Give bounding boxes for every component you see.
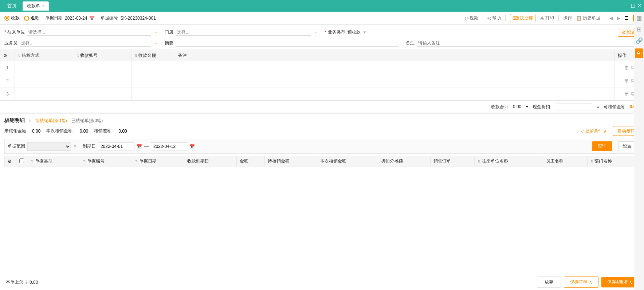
done-tab[interactable]: 已核销单据(0笔) — [71, 118, 103, 124]
th-account: ⇅ 收款账号 — [73, 50, 131, 61]
sidebar-grid-icon[interactable]: ⊞ — [637, 26, 641, 33]
settlement-cell-3[interactable] — [15, 87, 73, 101]
gear-icon: ⚙ — [3, 53, 7, 58]
draft-btn[interactable]: 保存草稿 ∧ — [564, 277, 598, 288]
doc-no-value[interactable]: SK-20230324-001 — [120, 16, 156, 21]
calendar-icon[interactable]: 📅 — [89, 16, 95, 21]
account-cell-2[interactable] — [73, 74, 131, 87]
th-amount: ⇅ 收款金额 — [131, 50, 175, 61]
amount-cell-3[interactable] — [131, 87, 175, 101]
delete-icon-1[interactable]: 🗑 — [624, 65, 629, 71]
select-all-checkbox[interactable] — [19, 158, 24, 163]
calendar-to-icon[interactable]: 📅 — [189, 144, 195, 149]
sidebar-link-icon[interactable]: 🔗 — [636, 37, 643, 44]
summary-input[interactable] — [176, 40, 398, 47]
minimize-icon[interactable]: ─ — [624, 3, 628, 9]
verify-section: 核销明细 ℹ 待核销单据(0笔) 已核销单据(0笔) 未核销金额 0.00 本次… — [0, 113, 644, 169]
doc-date-value[interactable]: 2023-03-24 — [65, 16, 87, 21]
form-row-2: 业务员 ··· 摘要 备注 — [4, 40, 640, 47]
diff-label: 核销差额: — [94, 128, 113, 134]
counterpart-field: 往来单位 ··· — [4, 29, 157, 36]
close-window-icon[interactable]: × — [638, 3, 641, 9]
video-btn[interactable]: ◎ 视频 — [465, 15, 478, 21]
more-conditions-label: 更多条件 — [585, 128, 602, 134]
footer-left: 本单上欠 ℹ 0.00 — [6, 279, 38, 285]
doc-type-radio-group: 收款 退款 — [4, 15, 39, 21]
help-btn[interactable]: ◎ 帮助 — [487, 15, 501, 21]
verify-title: 核销明细 — [4, 117, 25, 124]
biz-type-chevron[interactable]: ▼ — [363, 30, 366, 34]
summary-label: 摘要 — [165, 40, 173, 46]
doc-range-select[interactable] — [27, 142, 71, 151]
sidebar-ai-icon[interactable]: Ai — [635, 48, 643, 58]
operate-btn[interactable]: 操作 — [563, 15, 572, 21]
settlement-cell-1[interactable] — [15, 61, 73, 74]
amount-cell-1[interactable] — [131, 61, 175, 74]
bth-doc-no: ⇅ 单据编号 — [80, 156, 132, 166]
nav-prev-icon[interactable]: ◀ — [609, 16, 613, 21]
radio-receive[interactable]: 收款 — [4, 15, 20, 21]
bth-sales-order: 销售订单 — [430, 156, 475, 166]
save-new-btn[interactable]: 保存&新增 ∧ — [601, 277, 638, 287]
bth-discount: 折扣分摊额 — [378, 156, 430, 166]
radio-refund[interactable]: 退款 — [24, 15, 39, 21]
remarks-input[interactable] — [417, 40, 640, 47]
history-btn[interactable]: 📋 历史单据 — [576, 15, 600, 21]
query-btn[interactable]: 查询 — [592, 141, 612, 151]
due-date-to[interactable] — [151, 142, 187, 150]
print-btn[interactable]: 🖨 打印 — [540, 15, 554, 21]
store-more-icon[interactable]: ··· — [313, 30, 318, 35]
amount-cell-2[interactable] — [131, 74, 175, 87]
settlement-cell-2[interactable] — [15, 74, 73, 87]
th-settings[interactable]: ⚙ — [0, 50, 15, 61]
biz-type-label: 业务类型 — [325, 29, 345, 35]
due-date-from[interactable] — [98, 142, 134, 150]
maximize-icon[interactable]: □ — [631, 3, 635, 9]
divider3 — [558, 15, 559, 21]
account-cell-3[interactable] — [73, 87, 131, 101]
divider2 — [505, 15, 506, 21]
bth-checkbox[interactable] — [16, 156, 28, 166]
delete-icon-3[interactable]: 🗑 — [624, 91, 629, 97]
toolbar-right: ◎ 视频 ◎ 帮助 ⌨ 快捷键 🖨 打印 操作 📋 历 — [465, 14, 640, 22]
tab-close-icon[interactable]: × — [42, 4, 44, 8]
due-date-field: 到期日 📅 — 📅 — [83, 142, 195, 150]
info-icon[interactable]: ℹ — [25, 280, 27, 285]
salesman-input[interactable] — [20, 40, 151, 47]
form-row-1: 往来单位 ··· 门店 ··· 业务类型 预收款 ▼ ⚙ 设置 — [4, 28, 640, 37]
salesman-more-icon[interactable]: ··· — [153, 40, 157, 46]
prev-label: 本单上欠 — [6, 279, 23, 285]
remarks-cell-2[interactable] — [175, 74, 615, 87]
tab-bar: 首页 收款单 × ─ □ × — [0, 0, 644, 12]
sort-icon: ⇅ — [134, 54, 137, 58]
delete-icon-2[interactable]: 🗑 — [624, 78, 629, 84]
nav-next-icon[interactable]: ▶ — [617, 16, 620, 21]
bth-doc-date: ⇅ 单据日期 — [132, 156, 184, 166]
tab-current[interactable]: 收款单 × — [23, 1, 49, 11]
print-label: 打印 — [545, 15, 554, 21]
radio-refund-label: 退款 — [31, 15, 39, 21]
draft-label: 保存草稿 — [570, 279, 588, 285]
remarks-field: 备注 — [406, 40, 640, 47]
counterpart-input[interactable] — [27, 29, 151, 36]
pending-tab[interactable]: 待核销单据(0笔) — [35, 118, 67, 124]
discount-input[interactable] — [556, 103, 592, 110]
more-conditions-btn[interactable]: ▽ 更多条件 ∧ — [581, 128, 607, 134]
shortcut-btn[interactable]: ⌨ 快捷键 — [510, 14, 535, 22]
account-cell-1[interactable] — [73, 61, 131, 74]
abandon-btn[interactable]: 放弃 — [537, 277, 561, 288]
sidebar-table-icon[interactable]: ▦ — [636, 15, 642, 21]
calendar-from-icon[interactable]: 📅 — [137, 144, 142, 149]
counterpart-more-icon[interactable]: ··· — [153, 30, 157, 35]
current-verify-value: 0.00 — [80, 129, 88, 134]
remarks-cell-1[interactable] — [175, 61, 615, 74]
list-icon[interactable]: ☰ — [625, 16, 629, 21]
store-input[interactable] — [176, 29, 311, 36]
verify-table: ⚙ ⇅ 单据类型 ⇅ 单据编号 ⇅ 单据日期 收款到期日 金额 待核销金额 本次… — [4, 156, 640, 166]
bth-settings[interactable]: ⚙ — [5, 156, 16, 166]
tab-home[interactable]: 首页 — [3, 1, 21, 11]
remarks-cell-3[interactable] — [175, 87, 615, 101]
chevron-up-icon: ∧ — [604, 129, 607, 134]
table-row: 3 🗑 ⧉ — [0, 87, 644, 101]
verify-info-icon[interactable]: ℹ — [29, 118, 31, 123]
